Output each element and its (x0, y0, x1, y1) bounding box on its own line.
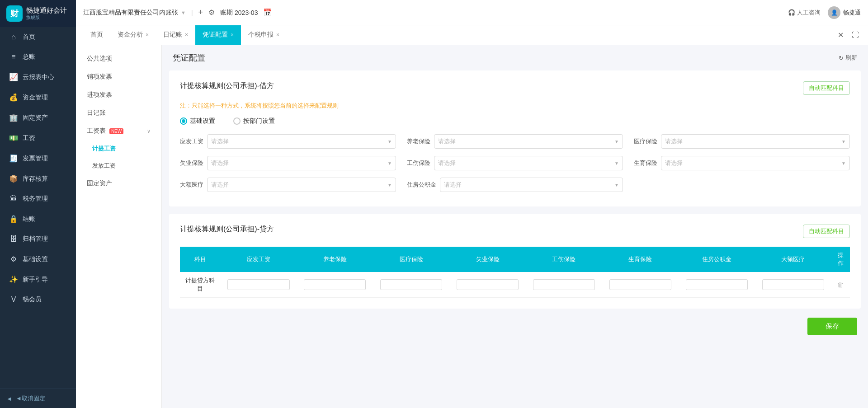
tab-close-voucher-config[interactable]: × (231, 32, 234, 38)
new-badge: NEW (109, 128, 123, 134)
select-shiye[interactable]: 请选择 ▼ (207, 156, 396, 170)
sidebar-item-archive[interactable]: 🗄 归档管理 (0, 229, 76, 249)
company-dropdown-icon: ▼ (181, 10, 186, 15)
sidebar-item-guide[interactable]: ✨ 新手引导 (0, 269, 76, 290)
auto-match-credit-button[interactable]: 自动匹配科目 (803, 225, 850, 238)
nav-calc-salary[interactable]: 计提工资 (76, 140, 161, 157)
expand-tab-button[interactable]: ⛶ (850, 29, 861, 41)
select-yanglao[interactable]: 请选择 ▼ (434, 134, 623, 149)
delete-row-button[interactable]: 🗑 (837, 281, 844, 288)
select-daeyiliao[interactable]: 请选择 ▼ (207, 178, 396, 192)
headset-icon: 🎧 (788, 9, 795, 16)
panel-header: 凭证配置 ↻ 刷新 (162, 45, 868, 67)
save-button[interactable]: 保存 (807, 318, 857, 335)
avatar: 👤 (828, 6, 840, 19)
input-yingfa[interactable] (227, 279, 290, 290)
nav-salary-table[interactable]: 工资表 NEW ∨ (76, 122, 161, 140)
topbar-divider: | (191, 9, 193, 16)
sidebar-item-reports[interactable]: 📈 云报表中心 (0, 67, 76, 87)
tab-journal[interactable]: 日记账 × (156, 25, 195, 45)
input-shiye[interactable] (457, 279, 519, 290)
sidebar-item-close[interactable]: 🔒 结账 (0, 209, 76, 229)
sidebar-item-inventory[interactable]: 📦 库存核算 (0, 169, 76, 189)
input-gongshang[interactable] (533, 279, 595, 290)
vip-icon: V (9, 295, 18, 304)
select-arrow-gongshang: ▼ (614, 161, 619, 166)
select-arrow-yiliao: ▼ (841, 139, 846, 144)
input-yiliao[interactable] (380, 279, 443, 290)
nav-fixed-assets[interactable]: 固定资产 (76, 174, 161, 192)
cell-yiliao[interactable] (373, 272, 449, 298)
radio-by-dept[interactable]: 按部门设置 (233, 117, 275, 125)
tab-close-journal[interactable]: × (185, 32, 188, 38)
sidebar-item-tax[interactable]: 🏛 税务管理 (0, 189, 76, 209)
nav-sales-invoice[interactable]: 销项发票 (76, 68, 161, 86)
home-icon: ⌂ (9, 33, 18, 41)
cancel-fixed-icon: ◄ (6, 395, 12, 402)
sidebar-logo: 财 畅捷通好会计 旗舰版 (0, 0, 76, 27)
tabs-bar: 首页 资金分析 × 日记账 × 凭证配置 × 个税申报 × ✕ ⛶ (76, 25, 868, 45)
nav-journal-entry[interactable]: 日记账 (76, 104, 161, 122)
calendar-icon[interactable]: 📅 (263, 8, 272, 17)
input-daeyiliao[interactable] (762, 279, 825, 290)
tabs-actions: ✕ ⛶ (836, 29, 861, 41)
close-book-icon: 🔒 (9, 215, 18, 223)
salary-icon: 💵 (9, 134, 18, 142)
sidebar-item-fixed-assets[interactable]: 🏢 固定资产 (0, 108, 76, 128)
sidebar-item-general-ledger[interactable]: ≡ 总账 (0, 47, 76, 67)
select-shengyu[interactable]: 请选择 ▼ (661, 156, 850, 170)
cell-daeyiliao[interactable] (755, 272, 831, 298)
nav-public[interactable]: 公共选项 (76, 50, 161, 68)
tab-fund-analysis[interactable]: 资金分析 × (110, 25, 156, 45)
human-service-button[interactable]: 🎧 人工咨询 (788, 9, 821, 17)
nav-purchase-invoice[interactable]: 进项发票 (76, 86, 161, 104)
cell-shengyu[interactable] (602, 272, 679, 298)
user-menu[interactable]: 👤 畅捷通 (828, 6, 861, 19)
settings-button[interactable]: ⚙ (208, 8, 215, 17)
cell-shiye[interactable] (449, 272, 526, 298)
cancel-fixed-button[interactable]: ◄ ◄取消固定 (0, 389, 76, 408)
cell-gongshang[interactable] (526, 272, 602, 298)
cell-yanglao[interactable] (297, 272, 373, 298)
sidebar-item-vip[interactable]: V 畅会员 (0, 290, 76, 310)
nav-pay-salary[interactable]: 发放工资 (76, 157, 161, 174)
sidebar-item-salary[interactable]: 💵 工资 (0, 128, 76, 148)
select-yingfa[interactable]: 请选择 ▼ (207, 134, 396, 149)
avatar-icon: 👤 (831, 9, 838, 16)
cell-gongjijin[interactable] (679, 272, 755, 298)
input-gongjijin[interactable] (686, 279, 748, 290)
select-gongshang[interactable]: 请选择 ▼ (434, 156, 623, 170)
tab-tax-report[interactable]: 个税申报 × (241, 25, 287, 45)
select-yiliao[interactable]: 请选择 ▼ (661, 134, 850, 149)
tab-close-fund-analysis[interactable]: × (146, 32, 149, 38)
radio-basic[interactable]: 基础设置 (180, 117, 215, 125)
col-yingfa: 应发工资 (220, 247, 297, 272)
sidebar-item-home[interactable]: ⌂ 首页 (0, 27, 76, 47)
tab-home[interactable]: 首页 (83, 25, 110, 45)
auto-match-debit-button[interactable]: 自动匹配科目 (803, 81, 850, 95)
content-panel: 凭证配置 ↻ 刷新 自动匹配科目 计提核算规则(公司承担)-借方 注：只能选择一… (162, 45, 868, 408)
col-subject: 科目 (180, 247, 220, 272)
debit-section-note: 注：只能选择一种方式，系统将按照您当前的选择来配置规则 (180, 102, 850, 110)
input-shengyu[interactable] (609, 279, 672, 290)
select-gongjijin[interactable]: 请选择 ▼ (440, 178, 623, 192)
sidebar-item-invoice[interactable]: 🧾 发票管理 (0, 148, 76, 169)
sidebar-item-basic[interactable]: ⚙ 基础设置 (0, 249, 76, 269)
refresh-button[interactable]: ↻ 刷新 (839, 54, 857, 62)
form-item-gongshang: 工伤保险 请选择 ▼ (407, 156, 623, 170)
company-selector[interactable]: 江西服宝精品有限责任公司内账张 ▼ (83, 9, 186, 17)
tab-voucher-config[interactable]: 凭证配置 × (195, 25, 241, 45)
select-arrow-daeyiliao: ▼ (387, 183, 392, 188)
close-tab-button[interactable]: ✕ (836, 29, 845, 41)
cell-yingfa[interactable] (220, 272, 297, 298)
select-arrow-yanglao: ▼ (614, 139, 619, 144)
col-gongjijin: 住房公积金 (679, 247, 755, 272)
credit-table: 科目 应发工资 养老保险 医疗保险 失业保险 工伤保险 生育保险 住房公积金 大… (180, 247, 850, 298)
sidebar-item-fund[interactable]: 💰 资金管理 (0, 87, 76, 108)
input-yanglao[interactable] (304, 279, 366, 290)
tab-close-tax-report[interactable]: × (276, 32, 279, 38)
form-item-shengyu: 生育保险 请选择 ▼ (634, 156, 850, 170)
col-gongshang: 工伤保险 (526, 247, 602, 272)
page-title: 凭证配置 (173, 52, 205, 63)
add-company-button[interactable]: + (198, 8, 203, 17)
